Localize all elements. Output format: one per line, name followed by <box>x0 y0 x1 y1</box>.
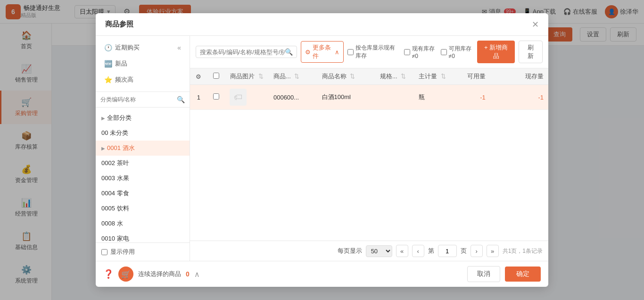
th-img: 商品图片 ⇅ <box>225 68 269 85</box>
prev-page-btn[interactable]: ‹ <box>412 245 424 257</box>
modal-footer: ❓ 🛒 连续选择的商品 0 ∧ 取消 确定 <box>96 261 548 287</box>
next-page-btn[interactable]: › <box>471 245 483 257</box>
modal-close-btn[interactable]: ✕ <box>532 20 539 29</box>
warehouse-label: 按仓库显示现有库存 <box>355 44 400 60</box>
category-item-water[interactable]: 0008 水 <box>96 216 190 231</box>
th-avail: 可用量 <box>452 68 490 85</box>
modal-left-panel: 🕐 近期购买 « 🆕 新品 ⭐ 频次高 🔍 <box>96 36 190 261</box>
selected-label: 连续选择的商品 <box>138 270 181 278</box>
row-checkbox[interactable] <box>213 93 219 100</box>
checkbox-avail-ne0[interactable]: 可用库存≠0 <box>441 45 474 59</box>
expand-icon[interactable]: ∧ <box>194 270 200 279</box>
category-label-tea: 0002 茶叶 <box>101 159 129 167</box>
th-name-label: 商品名称 <box>322 73 347 80</box>
chevron-up-icon: ∧ <box>335 49 339 56</box>
th-unit: 主计量 ⇅ <box>414 68 452 85</box>
clock-icon: 🕐 <box>104 44 112 51</box>
settings-col-icon[interactable]: ⚙ <box>196 73 201 80</box>
star-icon: ⭐ <box>104 76 112 83</box>
show-disabled-checkbox[interactable] <box>101 249 107 255</box>
th-name: 商品名称 ⇅ <box>317 68 375 85</box>
modal-body: 🕐 近期购买 « 🆕 新品 ⭐ 频次高 🔍 <box>96 36 548 261</box>
cell-spec <box>375 85 414 110</box>
filter-icon: ⚙ <box>305 49 311 56</box>
warehouse-checkbox[interactable] <box>347 49 354 55</box>
table-row[interactable]: 1 🏷 000600... <box>190 85 548 110</box>
category-list: ▶ 全部分类 00 未分类 ▶ 0001 酒水 0002 茶叶 0003 水果 <box>96 108 190 242</box>
show-disabled-label: 显示停用 <box>110 248 135 256</box>
modal-right-panel: 🔍 ⚙ 更多条件 ∧ 按仓库显示现有库存 现有库存≠0 <box>190 36 548 261</box>
checkbox-stock-ne0[interactable]: 现有库存≠0 <box>404 45 437 59</box>
category-label-liquor: 0001 酒水 <box>107 144 135 152</box>
category-label-uncategorized: 00 未分类 <box>101 129 128 137</box>
category-label-all: 全部分类 <box>107 114 132 122</box>
cancel-btn[interactable]: 取消 <box>467 266 500 282</box>
sort-unit-icon: ⇅ <box>441 73 446 80</box>
per-page-label: 每页显示 <box>338 247 362 255</box>
th-stock: 现存量 <box>510 68 548 85</box>
confirm-btn[interactable]: 确定 <box>505 267 541 282</box>
quick-links-section: 🕐 近期购买 « 🆕 新品 ⭐ 频次高 <box>96 36 190 92</box>
sort-spec-icon: ⇅ <box>401 73 406 80</box>
last-page-btn[interactable]: » <box>487 245 499 257</box>
category-item-fruit[interactable]: 0003 水果 <box>96 171 190 186</box>
filter-label: 更多条件 <box>313 43 333 60</box>
category-item-uncategorized[interactable]: 00 未分类 <box>96 125 190 141</box>
select-all-checkbox[interactable] <box>213 73 219 79</box>
checkbox-warehouse[interactable]: 按仓库显示现有库存 <box>347 44 400 60</box>
th-img-label: 商品图片 <box>230 73 255 80</box>
quick-link-new[interactable]: 🆕 新品 <box>100 57 185 71</box>
category-item-snack[interactable]: 0004 零食 <box>96 186 190 201</box>
collapse-icon[interactable]: « <box>177 44 181 51</box>
category-item-appliance[interactable]: 0010 家电 <box>96 231 190 242</box>
category-search-icon[interactable]: 🔍 <box>177 96 185 103</box>
refresh-btn[interactable]: 刷新 <box>519 41 543 63</box>
product-stock: -1 <box>538 94 544 101</box>
selected-count: 0 <box>186 270 190 278</box>
add-product-btn[interactable]: + 新增商品 <box>477 41 514 63</box>
cell-stock: -1 <box>510 85 548 110</box>
cell-unit: 瓶 <box>414 85 452 110</box>
product-table-container: ⚙ 商品图片 ⇅ 商品... <box>190 68 548 241</box>
quick-link-frequent[interactable]: ⭐ 频次高 <box>100 73 185 87</box>
quick-link-frequent-label: 频次高 <box>115 75 133 84</box>
product-image: 🏷 <box>230 89 247 106</box>
per-page-select[interactable]: 50 100 <box>366 245 392 257</box>
stock-ne0-label: 现有库存≠0 <box>412 45 437 59</box>
first-page-btn[interactable]: « <box>396 245 408 257</box>
show-disabled-section: 显示停用 <box>96 242 190 261</box>
sort-name-icon: ⇅ <box>350 73 355 80</box>
new-icon: 🆕 <box>104 60 112 67</box>
page-number-input[interactable] <box>438 245 457 257</box>
cell-name: 白酒100ml <box>317 85 375 110</box>
cart-icon[interactable]: 🛒 <box>118 267 133 282</box>
category-item-beverage[interactable]: 0005 饮料 <box>96 201 190 216</box>
cell-num: 1 <box>190 85 207 110</box>
cell-code: 000600... <box>269 85 317 110</box>
help-icon[interactable]: ❓ <box>103 269 114 279</box>
stock-ne0-checkbox[interactable] <box>404 49 410 55</box>
product-search-box: 🔍 <box>196 46 297 58</box>
product-search-input[interactable] <box>200 49 285 56</box>
category-item-tea[interactable]: 0002 茶叶 <box>96 156 190 171</box>
category-search-input[interactable] <box>100 96 177 103</box>
th-stock-label: 现存量 <box>525 73 544 80</box>
quick-link-recent[interactable]: 🕐 近期购买 « <box>100 41 185 55</box>
search-icon[interactable]: 🔍 <box>285 48 293 56</box>
avail-ne0-checkbox[interactable] <box>441 49 447 55</box>
modal-title: 商品参照 <box>105 20 532 29</box>
product-avail: -1 <box>480 94 486 101</box>
sort-img-icon: ⇅ <box>258 73 264 80</box>
product-reference-modal: 商品参照 ✕ 🕐 近期购买 « 🆕 新品 ⭐ <box>96 13 548 287</box>
category-item-all[interactable]: ▶ 全部分类 <box>96 110 190 125</box>
th-avail-label: 可用量 <box>467 73 486 80</box>
category-item-liquor[interactable]: ▶ 0001 酒水 <box>96 141 190 156</box>
arrow-icon-liquor: ▶ <box>101 146 105 151</box>
product-table: ⚙ 商品图片 ⇅ 商品... <box>190 68 548 110</box>
page-suffix: 页 <box>461 247 467 255</box>
quick-link-recent-label: 近期购买 <box>115 43 140 52</box>
th-code-label: 商品... <box>273 73 291 80</box>
quick-link-new-label: 新品 <box>115 59 127 68</box>
filter-btn[interactable]: ⚙ 更多条件 ∧ <box>301 41 344 63</box>
modal-toolbar: 🔍 ⚙ 更多条件 ∧ 按仓库显示现有库存 现有库存≠0 <box>190 36 548 68</box>
